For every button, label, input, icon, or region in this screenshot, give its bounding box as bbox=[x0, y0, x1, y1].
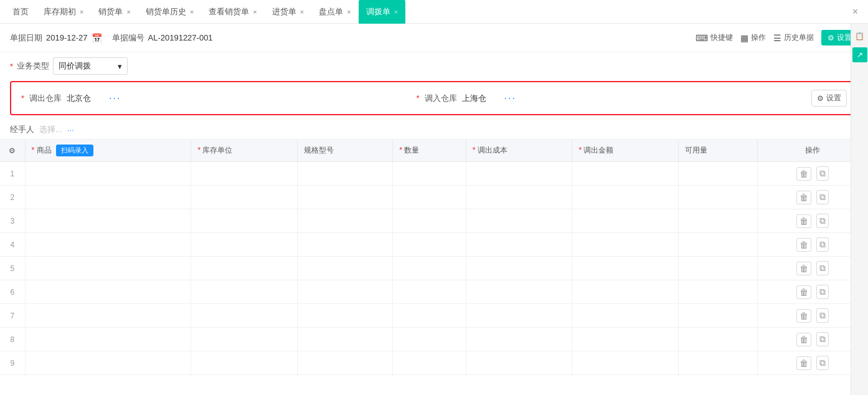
delete-row-button[interactable]: 🗑 bbox=[796, 214, 811, 228]
row-cost[interactable] bbox=[466, 375, 572, 377]
sidebar-link-icon[interactable]: ↗ bbox=[852, 47, 867, 62]
handler-placeholder[interactable]: 选择... bbox=[39, 124, 62, 135]
handler-more-button[interactable]: ··· bbox=[67, 125, 74, 135]
shortcuts-button[interactable]: ⌨ 快捷键 bbox=[696, 32, 733, 43]
tab-home[interactable]: 首页 bbox=[5, 0, 36, 24]
unit-required-mark: * bbox=[197, 146, 200, 155]
delete-row-button[interactable]: 🗑 bbox=[796, 262, 811, 275]
business-type-dropdown[interactable]: 同价调拨 ▾ bbox=[53, 57, 128, 75]
row-cost[interactable] bbox=[466, 280, 572, 304]
warehouse-out-value: 北京仓 bbox=[67, 93, 104, 104]
row-cost[interactable] bbox=[466, 328, 572, 351]
date-label: 单据日期 bbox=[10, 32, 42, 44]
row-spec bbox=[298, 209, 393, 233]
delete-row-button[interactable]: 🗑 bbox=[796, 333, 811, 346]
calendar-icon[interactable]: 📅 bbox=[92, 33, 102, 43]
copy-row-button[interactable]: ⧉ bbox=[816, 190, 829, 204]
copy-row-button[interactable]: ⧉ bbox=[816, 261, 829, 275]
copy-row-button[interactable]: ⧉ bbox=[816, 356, 829, 370]
tab-inventory-init[interactable]: 库存期初 × bbox=[36, 0, 91, 24]
th-amount: * 调出金额 bbox=[572, 140, 679, 162]
row-product[interactable] bbox=[25, 304, 191, 328]
row-num: 7 bbox=[0, 304, 25, 328]
row-qty[interactable] bbox=[393, 186, 466, 209]
settings-gear-icon: ⚙ bbox=[828, 34, 834, 42]
tab-sales-history-close[interactable]: × bbox=[190, 8, 194, 16]
warehouse-in-more-button[interactable]: ··· bbox=[504, 93, 516, 104]
row-cost[interactable] bbox=[466, 162, 572, 186]
row-qty[interactable] bbox=[393, 328, 466, 351]
warehouse-in-value: 上海仓 bbox=[462, 93, 499, 104]
tab-transfer-label: 调拨单 bbox=[366, 6, 390, 17]
operations-button[interactable]: ▦ 操作 bbox=[740, 32, 766, 43]
row-qty[interactable] bbox=[393, 257, 466, 280]
warehouse-out-more-button[interactable]: ··· bbox=[109, 93, 121, 104]
row-qty[interactable] bbox=[393, 280, 466, 304]
delete-row-button[interactable]: 🗑 bbox=[796, 191, 811, 204]
row-cost[interactable] bbox=[466, 351, 572, 375]
warehouse-gear-button[interactable]: ⚙ 设置 bbox=[811, 90, 847, 107]
row-product[interactable] bbox=[25, 186, 191, 209]
window-close-button[interactable]: × bbox=[847, 6, 863, 17]
copy-row-button[interactable]: ⧉ bbox=[816, 308, 829, 323]
history-icon: ☰ bbox=[773, 33, 781, 43]
row-cost[interactable] bbox=[466, 186, 572, 209]
row-product[interactable] bbox=[25, 257, 191, 280]
history-button[interactable]: ☰ 历史单据 bbox=[773, 32, 814, 43]
tab-transfer-close[interactable]: × bbox=[394, 8, 398, 16]
sidebar-doc-icon[interactable]: 📋 bbox=[852, 29, 867, 44]
row-spec bbox=[298, 304, 393, 328]
copy-row-button[interactable]: ⧉ bbox=[816, 285, 829, 299]
copy-row-button[interactable]: ⧉ bbox=[816, 237, 829, 252]
tab-view-sales[interactable]: 查看销货单 × bbox=[201, 0, 264, 24]
row-qty[interactable] bbox=[393, 162, 466, 186]
row-qty[interactable] bbox=[393, 209, 466, 233]
row-unit bbox=[191, 233, 298, 257]
tab-view-sales-close[interactable]: × bbox=[253, 8, 257, 16]
row-cost[interactable] bbox=[466, 257, 572, 280]
delete-row-button[interactable]: 🗑 bbox=[796, 167, 811, 181]
row-product[interactable] bbox=[25, 209, 191, 233]
copy-row-button[interactable]: ⧉ bbox=[816, 166, 829, 181]
tab-stocktake-close[interactable]: × bbox=[347, 8, 351, 16]
tab-purchase[interactable]: 进货单 × bbox=[265, 0, 311, 24]
row-product[interactable] bbox=[25, 233, 191, 257]
scan-button[interactable]: 扫码录入 bbox=[56, 145, 93, 156]
warehouse-in-label: 调入仓库 bbox=[425, 93, 457, 104]
tab-inventory-close[interactable]: × bbox=[80, 8, 83, 16]
row-unit bbox=[191, 257, 298, 280]
row-product[interactable] bbox=[25, 280, 191, 304]
row-unit bbox=[191, 186, 298, 209]
tab-sales-close[interactable]: × bbox=[126, 8, 130, 16]
row-cost[interactable] bbox=[466, 209, 572, 233]
tab-stocktake[interactable]: 盘点单 × bbox=[311, 0, 358, 24]
delete-row-button[interactable]: 🗑 bbox=[796, 285, 811, 299]
row-amount bbox=[572, 304, 679, 328]
copy-row-button[interactable]: ⧉ bbox=[816, 332, 829, 346]
row-product[interactable] bbox=[25, 351, 191, 375]
delete-row-button[interactable]: 🗑 bbox=[796, 356, 811, 370]
row-qty[interactable] bbox=[393, 351, 466, 375]
tab-transfer[interactable]: 调拨单 × bbox=[359, 0, 405, 24]
table-row: 3 🗑 ⧉ bbox=[0, 209, 868, 233]
th-gear[interactable]: ⚙ bbox=[0, 140, 25, 162]
delete-row-button[interactable]: 🗑 bbox=[796, 238, 811, 252]
delete-row-button[interactable]: 🗑 bbox=[796, 309, 811, 323]
handler-label: 经手人 bbox=[10, 124, 34, 135]
row-product[interactable] bbox=[25, 375, 191, 377]
row-product[interactable] bbox=[25, 162, 191, 186]
row-product[interactable] bbox=[25, 328, 191, 351]
row-qty[interactable] bbox=[393, 233, 466, 257]
row-qty[interactable] bbox=[393, 304, 466, 328]
copy-row-button[interactable]: ⧉ bbox=[816, 214, 829, 228]
tab-purchase-close[interactable]: × bbox=[300, 8, 304, 16]
table-row: 2 🗑 ⧉ bbox=[0, 186, 868, 209]
tab-sales-history[interactable]: 销货单历史 × bbox=[138, 0, 201, 24]
row-cost[interactable] bbox=[466, 233, 572, 257]
row-cost[interactable] bbox=[466, 304, 572, 328]
th-unit: * 库存单位 bbox=[191, 140, 298, 162]
header-actions: ⌨ 快捷键 ▦ 操作 ☰ 历史单据 ⚙ 设置 bbox=[696, 30, 858, 45]
tab-sales-order[interactable]: 销货单 × bbox=[91, 0, 138, 24]
row-qty[interactable] bbox=[393, 375, 466, 377]
warehouse-section: * 调出仓库 北京仓 ··· * 调入仓库 上海仓 ··· ⚙ 设置 bbox=[10, 81, 858, 115]
